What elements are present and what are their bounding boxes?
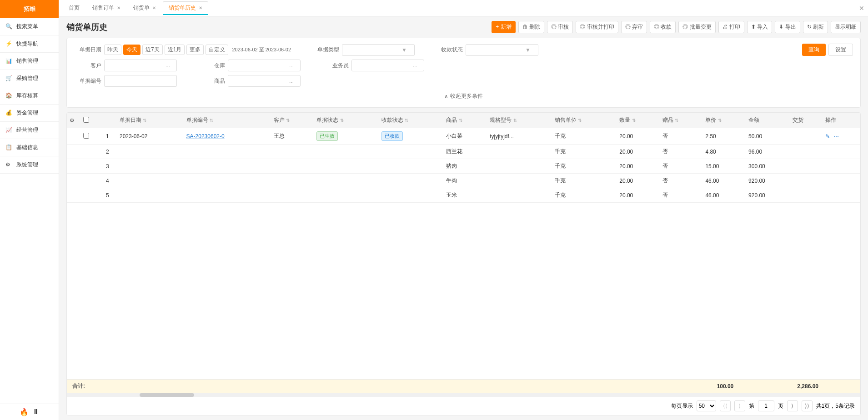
- tab-sales-order[interactable]: 销售订单 ✕: [86, 1, 126, 15]
- th-qty[interactable]: 数量 ⇅: [617, 113, 660, 128]
- row-unit: 千克: [552, 174, 617, 188]
- export-button[interactable]: ⬇ 导出: [775, 21, 800, 33]
- th-spec[interactable]: 规格型号 ⇅: [487, 113, 552, 128]
- sidebar-bottom: 🔥 ⏸: [0, 404, 59, 420]
- goods-dots-icon[interactable]: ...: [289, 78, 294, 84]
- date-btn-7days[interactable]: 近7天: [142, 45, 163, 55]
- sort-doc-no-icon: ⇅: [210, 118, 213, 123]
- sidebar-logo: 拓维: [0, 0, 59, 18]
- tab-sales-order-close[interactable]: ✕: [117, 5, 120, 10]
- total-info: 共1页，5条记录: [816, 402, 855, 410]
- payment-status-dropdown-icon[interactable]: ▼: [525, 47, 531, 53]
- date-btn-1month[interactable]: 近1月: [165, 45, 185, 55]
- payment-status-input[interactable]: [466, 45, 525, 55]
- tab-sales-goods-history[interactable]: 销货单历史 ✕: [163, 1, 208, 15]
- table-row: 3 猪肉 千克 20.00 否 15.00 300.00: [67, 159, 860, 174]
- sidebar-bottom-icon2[interactable]: ⏸: [32, 408, 40, 416]
- row-checkbox[interactable]: [80, 159, 103, 174]
- tab-sales-goods-history-close[interactable]: ✕: [199, 5, 202, 10]
- query-button[interactable]: 查询: [802, 44, 826, 56]
- data-table: ⚙ 单据日期 ⇅ 单据编号 ⇅ 客户 ⇅ 单据状态 ⇅ 收款状态 ⇅ 商品 ⇅ …: [66, 112, 861, 415]
- salesperson-input[interactable]: [352, 60, 411, 71]
- audit-print-button[interactable]: ◎ 审核并打印: [576, 21, 618, 33]
- page-label: 第: [749, 402, 754, 410]
- batch-change-button[interactable]: ◎ 批量变更: [678, 21, 715, 33]
- warehouse-dots-icon[interactable]: ...: [289, 62, 294, 69]
- th-doc-status[interactable]: 单据状态 ⇅: [314, 113, 379, 128]
- date-btn-custom[interactable]: 自定义: [206, 45, 228, 55]
- th-goods[interactable]: 商品 ⇅: [443, 113, 487, 128]
- doc-type-input[interactable]: [342, 45, 401, 55]
- horizontal-scrollbar[interactable]: [67, 393, 860, 396]
- doc-type-dropdown-icon[interactable]: ▼: [401, 47, 407, 53]
- import-button[interactable]: ⬆ 导入: [747, 21, 772, 33]
- delete-button[interactable]: 🗑 删除: [518, 21, 544, 33]
- sidebar-item-capital-mgmt[interactable]: 💰 资金管理: [0, 105, 59, 122]
- tab-sales-goods[interactable]: 销货单 ✕: [127, 1, 162, 15]
- warehouse-input[interactable]: [228, 60, 287, 71]
- doc-no-input[interactable]: [104, 75, 177, 87]
- row-checkbox[interactable]: [80, 145, 103, 159]
- first-page-button[interactable]: ⟨⟨: [720, 400, 731, 411]
- action-edit-icon[interactable]: ✎: [825, 133, 830, 140]
- th-gift[interactable]: 赠品 ⇅: [660, 113, 703, 128]
- row-gift: 否: [660, 188, 703, 203]
- th-price[interactable]: 单价 ⇅: [702, 113, 746, 128]
- sidebar-item-sales-mgmt[interactable]: 📊 销售管理: [0, 53, 59, 70]
- sidebar-item-quick-nav[interactable]: ⚡ 快捷导航: [0, 35, 59, 53]
- th-unit[interactable]: 销售单位 ⇅: [552, 113, 617, 128]
- th-payment-status[interactable]: 收款状态 ⇅: [379, 113, 444, 128]
- row-doc-no[interactable]: SA-20230602-0: [184, 128, 271, 145]
- next-page-button[interactable]: ⟩: [787, 400, 798, 411]
- filter-payment-status: 收款状态 ▼: [436, 44, 538, 56]
- salesperson-dots-icon[interactable]: ...: [413, 62, 417, 69]
- row-checkbox[interactable]: [80, 174, 103, 188]
- th-customer[interactable]: 客户 ⇅: [271, 113, 314, 128]
- th-gear[interactable]: ⚙: [67, 113, 80, 128]
- prev-page-button[interactable]: ⟨: [734, 400, 745, 411]
- sidebar-bottom-icon1[interactable]: 🔥: [20, 408, 29, 416]
- window-close-button[interactable]: ✕: [859, 5, 864, 12]
- th-doc-no[interactable]: 单据编号 ⇅: [184, 113, 271, 128]
- sidebar-item-purchase-mgmt[interactable]: 🛒 采购管理: [0, 70, 59, 87]
- tab-home[interactable]: 首页: [63, 1, 85, 15]
- collapse-button[interactable]: ∧ 收起更多条件: [442, 90, 485, 102]
- row-gift: 否: [660, 145, 703, 159]
- goods-input[interactable]: [228, 75, 287, 86]
- date-btn-yesterday[interactable]: 昨天: [104, 45, 121, 55]
- audit-button[interactable]: ◎ 审核: [547, 21, 573, 33]
- settings-button[interactable]: 设置: [828, 44, 853, 56]
- sidebar-item-basic-info[interactable]: 📋 基础信息: [0, 139, 59, 156]
- tab-sales-goods-close[interactable]: ✕: [152, 5, 156, 10]
- row-doc-no: [184, 145, 271, 159]
- sidebar-item-sys-mgmt[interactable]: ⚙ 系统管理: [0, 156, 59, 174]
- th-doc-date[interactable]: 单据日期 ⇅: [117, 113, 184, 128]
- select-all-checkbox[interactable]: [83, 117, 89, 123]
- date-btn-today[interactable]: 今天: [123, 45, 140, 55]
- date-btn-more[interactable]: 更多: [186, 45, 204, 55]
- tab-sales-goods-history-label: 销货单历史: [169, 4, 196, 12]
- new-button[interactable]: + 新增: [492, 21, 515, 33]
- row-checkbox[interactable]: [80, 188, 103, 203]
- last-page-button[interactable]: ⟩⟩: [802, 400, 813, 411]
- sidebar-item-ops-mgmt[interactable]: 📈 经营管理: [0, 122, 59, 139]
- doc-no-label: 单据编号: [74, 77, 101, 85]
- refresh-button[interactable]: ↻ 刷新: [803, 21, 828, 33]
- row-checkbox[interactable]: [80, 128, 103, 145]
- sidebar-item-search-menu[interactable]: 🔍 搜索菜单: [0, 18, 59, 35]
- collect-button[interactable]: ◎ 收款: [650, 21, 676, 33]
- customer-input[interactable]: [105, 60, 164, 71]
- show-detail-button[interactable]: 显示明细: [831, 21, 861, 33]
- customer-dots-icon[interactable]: ...: [166, 62, 170, 69]
- page-number-input[interactable]: [758, 400, 774, 411]
- scrollbar-thumb[interactable]: [140, 393, 194, 397]
- sidebar-item-inventory-calc[interactable]: 🏠 库存核算: [0, 87, 59, 105]
- page-title: 销货单历史: [66, 22, 107, 33]
- basic-info-icon: 📋: [5, 144, 13, 151]
- th-checkbox[interactable]: [80, 113, 103, 128]
- action-more-icon[interactable]: ⋯: [833, 133, 839, 140]
- row-gear: [67, 145, 80, 159]
- abandon-button[interactable]: ◎ 弃审: [621, 21, 647, 33]
- print-button[interactable]: 🖨 打印: [718, 21, 744, 33]
- page-size-select[interactable]: 50 100 200: [697, 400, 716, 411]
